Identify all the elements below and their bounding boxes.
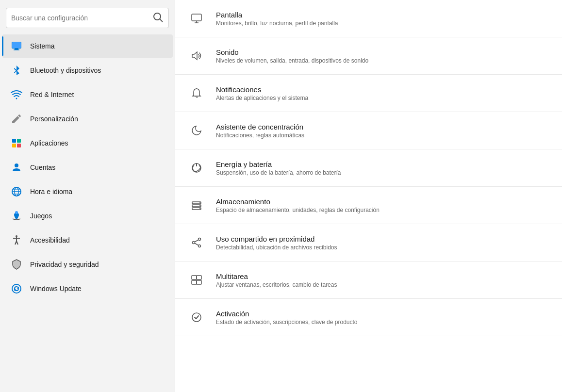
asistente-text: Asistente de concentración Notificacione… [216, 123, 304, 139]
svg-point-34 [199, 205, 200, 206]
pantalla-icon [187, 9, 206, 28]
svg-rect-4 [14, 49, 19, 50]
share-icon [187, 233, 206, 252]
svg-point-6 [16, 98, 17, 99]
pantalla-text: Pantalla Monitores, brillo, luz nocturna… [216, 11, 338, 27]
almacenamiento-title: Almacenamiento [216, 197, 380, 206]
svg-rect-8 [17, 139, 21, 143]
person-icon [10, 161, 23, 174]
sidebar-label-hora: Hora e idioma [30, 188, 72, 196]
sidebar-label-juegos: Juegos [30, 212, 52, 220]
sidebar-item-personalizacion[interactable]: Personalización [2, 107, 173, 131]
svg-point-36 [198, 238, 201, 241]
asistente-title: Asistente de concentración [216, 123, 304, 131]
energia-title: Energía y batería [216, 160, 341, 168]
bluetooth-icon [10, 64, 23, 77]
settings-item-notificaciones[interactable]: Notificaciones Alertas de aplicaciones y… [175, 75, 562, 112]
sidebar-label-accesibilidad: Accesibilidad [30, 236, 70, 244]
sidebar-label-windows-update: Windows Update [30, 285, 82, 293]
sidebar-label-red: Red & Internet [30, 91, 74, 98]
svg-point-45 [192, 313, 201, 322]
notificaciones-text: Notificaciones Alertas de aplicaciones y… [216, 85, 308, 101]
monitor-icon [10, 39, 23, 53]
energia-subtitle: Suspensión, uso de la batería, ahorro de… [216, 169, 341, 176]
multitask-icon [187, 270, 206, 290]
svg-point-11 [15, 163, 18, 167]
almacenamiento-subtitle: Espacio de almacenamiento, unidades, reg… [216, 207, 380, 213]
svg-point-23 [12, 284, 21, 293]
main-content: Pantalla Monitores, brillo, luz nocturna… [175, 0, 562, 392]
svg-rect-24 [192, 14, 201, 21]
globe-icon [10, 185, 23, 198]
sidebar-item-red[interactable]: Red & Internet [2, 83, 173, 106]
activacion-title: Activación [216, 310, 358, 318]
sidebar-item-windows-update[interactable]: Windows Update [2, 277, 173, 300]
activacion-subtitle: Estado de activación, suscripciones, cla… [216, 319, 358, 326]
search-input[interactable] [11, 14, 149, 22]
svg-point-35 [199, 208, 200, 209]
settings-item-uso-compartido[interactable]: Uso compartido en proximidad Detectabili… [175, 224, 562, 261]
svg-rect-7 [12, 139, 16, 143]
svg-line-1 [160, 19, 163, 22]
storage-icon [187, 196, 206, 215]
sonido-icon [187, 46, 206, 65]
sidebar-item-hora[interactable]: Hora e idioma [2, 180, 173, 203]
notificaciones-subtitle: Alertas de aplicaciones y el sistema [216, 95, 308, 101]
shield-icon [10, 258, 23, 271]
power-icon [187, 158, 206, 178]
energia-text: Energía y batería Suspensión, uso de la … [216, 160, 341, 176]
settings-item-almacenamiento[interactable]: Almacenamiento Espacio de almacenamiento… [175, 187, 562, 224]
multitarea-subtitle: Ajustar ventanas, escritorios, cambio de… [216, 281, 337, 288]
svg-point-17 [15, 211, 18, 214]
search-bar[interactable] [6, 8, 169, 28]
sidebar-item-juegos[interactable]: Juegos [2, 204, 173, 228]
asistente-subtitle: Notificaciones, reglas automáticas [216, 132, 304, 139]
svg-point-33 [199, 202, 200, 203]
settings-item-sonido[interactable]: Sonido Niveles de volumen, salida, entra… [175, 37, 562, 75]
settings-item-activacion[interactable]: Activación Estado de activación, suscrip… [175, 299, 562, 336]
svg-rect-10 [17, 144, 21, 147]
settings-item-asistente[interactable]: Asistente de concentración Notificacione… [175, 112, 562, 149]
settings-item-energia[interactable]: Energía y batería Suspensión, uso de la … [175, 149, 562, 187]
settings-item-pantalla[interactable]: Pantalla Monitores, brillo, luz nocturna… [175, 0, 562, 37]
activation-icon [187, 308, 206, 327]
svg-point-0 [154, 13, 161, 20]
game-icon [10, 209, 23, 223]
pencil-icon [10, 112, 23, 126]
sidebar-item-accesibilidad[interactable]: Accesibilidad [2, 229, 173, 252]
uso-compartido-text: Uso compartido en proximidad Detectabili… [216, 235, 337, 251]
settings-item-multitarea[interactable]: Multitarea Ajustar ventanas, escritorios… [175, 261, 562, 299]
svg-line-40 [195, 244, 198, 245]
sidebar-label-cuentas: Cuentas [30, 163, 55, 171]
svg-rect-43 [192, 280, 197, 284]
sidebar-item-bluetooth[interactable]: Bluetooth y dispositivos [2, 59, 173, 82]
sidebar: Sistema Bluetooth y dispositivos Red & I… [0, 0, 175, 392]
sonido-title: Sonido [216, 48, 368, 56]
sidebar-label-personalizacion: Personalización [30, 115, 78, 123]
multitarea-title: Multitarea [216, 272, 337, 280]
bell-icon [187, 83, 206, 103]
svg-marker-27 [192, 52, 197, 60]
sidebar-label-aplicaciones: Aplicaciones [30, 139, 68, 147]
svg-rect-44 [197, 280, 201, 284]
svg-point-37 [193, 242, 195, 244]
apps-icon [10, 136, 23, 150]
pantalla-subtitle: Monitores, brillo, luz nocturna, perfil … [216, 20, 338, 27]
accessibility-icon [10, 233, 23, 247]
almacenamiento-text: Almacenamiento Espacio de almacenamiento… [216, 197, 380, 213]
sidebar-item-aplicaciones[interactable]: Aplicaciones [2, 131, 173, 155]
svg-rect-3 [15, 49, 18, 49]
sidebar-item-cuentas[interactable]: Cuentas [2, 156, 173, 179]
sidebar-label-sistema: Sistema [30, 42, 55, 50]
sidebar-item-privacidad[interactable]: Privacidad y seguridad [2, 253, 173, 276]
svg-point-18 [16, 235, 17, 237]
svg-rect-41 [192, 276, 197, 279]
sonido-text: Sonido Niveles de volumen, salida, entra… [216, 48, 368, 64]
sidebar-label-privacidad: Privacidad y seguridad [30, 261, 99, 268]
svg-line-22 [17, 241, 18, 245]
wifi-icon [10, 88, 23, 101]
pantalla-title: Pantalla [216, 11, 338, 19]
multitarea-text: Multitarea Ajustar ventanas, escritorios… [216, 272, 337, 288]
sidebar-item-sistema[interactable]: Sistema [2, 34, 173, 58]
moon-icon [187, 121, 206, 140]
